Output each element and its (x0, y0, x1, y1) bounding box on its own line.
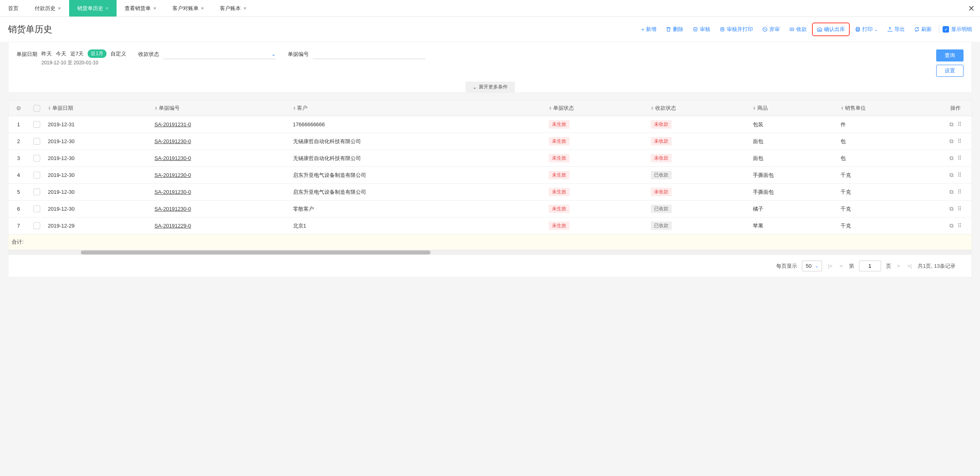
row-checkbox[interactable] (29, 184, 45, 201)
cell-pay-status: 未收款 (648, 184, 750, 201)
row-checkbox[interactable] (29, 133, 45, 150)
doc-link[interactable]: SA-20191230-0 (154, 155, 191, 161)
view-icon[interactable]: ⧉ (949, 222, 953, 229)
view-icon[interactable]: ⧉ (949, 205, 953, 212)
view-icon[interactable]: ⧉ (949, 155, 953, 162)
audit-print-button[interactable]: 审核并打印 (716, 24, 757, 35)
col-doc-status[interactable]: ▲▼单据状态 (545, 101, 648, 116)
col-settings[interactable]: ⚙ (8, 101, 29, 116)
more-icon[interactable]: ⠿ (957, 222, 962, 229)
close-icon[interactable]: × (153, 5, 156, 11)
close-icon[interactable]: × (106, 5, 109, 11)
print-button[interactable]: 打印⌄ (851, 24, 882, 35)
row-checkbox[interactable] (29, 167, 45, 184)
view-icon[interactable]: ⧉ (949, 189, 953, 195)
delete-button[interactable]: 删除 (662, 24, 687, 35)
close-icon[interactable]: × (58, 5, 61, 11)
expand-filter-button[interactable]: ⌄展开更多条件 (465, 82, 515, 92)
show-detail-toggle[interactable]: ✓显示明细 (943, 26, 972, 33)
col-select-all[interactable] (29, 101, 45, 116)
more-icon[interactable]: ⠿ (957, 172, 962, 178)
refresh-button[interactable]: 刷新 (910, 24, 936, 35)
more-icon[interactable]: ⠿ (957, 205, 962, 212)
tab-payment-history[interactable]: 付款历史× (27, 0, 69, 16)
cell-product: 包装 (750, 116, 838, 133)
date-opt-today[interactable]: 今天 (56, 50, 66, 57)
horizontal-scrollbar[interactable] (8, 250, 972, 255)
table-row: 12019-12-31SA-20191231-017666666666未生效未收… (8, 116, 972, 133)
col-customer[interactable]: ▲▼客户 (290, 101, 546, 116)
tab-home[interactable]: 首页 (0, 0, 27, 16)
confirm-out-button[interactable]: 确认出库 (812, 23, 850, 36)
export-button[interactable]: 导出 (883, 24, 909, 35)
prev-page-icon[interactable]: < (839, 262, 844, 270)
trash-icon (666, 27, 671, 32)
tab-label: 客户账本 (220, 5, 241, 12)
doc-link[interactable]: SA-20191230-0 (154, 138, 191, 144)
sort-icon: ▲▼ (293, 106, 296, 110)
doc-no-label: 单据编号 (288, 49, 309, 58)
refresh-icon (914, 27, 920, 32)
date-opt-week[interactable]: 近7天 (70, 50, 84, 57)
next-page-icon[interactable]: > (896, 262, 902, 270)
cell-customer: 无锡康哲自动化科技有限公司 (290, 133, 546, 150)
tab-customer-statement[interactable]: 客户对账单× (164, 0, 212, 16)
col-product[interactable]: ▲▼商品 (750, 101, 838, 116)
add-button[interactable]: +新增 (637, 24, 660, 35)
audit-button[interactable]: 审核 (689, 24, 714, 35)
doc-link[interactable]: SA-20191230-0 (154, 172, 191, 178)
table-row: 72019-12-29SA-20191229-0北京1未生效已收款苹果千克⧉⠿ (8, 217, 972, 234)
view-icon[interactable]: ⧉ (949, 172, 953, 178)
view-icon[interactable]: ⧉ (949, 138, 953, 145)
checkbox-icon (33, 121, 40, 128)
doc-link[interactable]: SA-20191230-0 (154, 206, 191, 212)
per-page-select[interactable]: 50⌄ (802, 261, 822, 271)
tab-view-sales[interactable]: 查看销货单× (117, 0, 164, 16)
page-summary: 共1页, 13条记录 (918, 263, 955, 270)
doc-link[interactable]: SA-20191230-0 (154, 189, 191, 195)
first-page-icon[interactable]: |< (827, 262, 834, 270)
col-unit[interactable]: ▲▼销售单位 (837, 101, 939, 116)
cell-unit: 千克 (837, 201, 939, 217)
close-all-icon[interactable]: ✕ (966, 2, 977, 15)
page-title: 销货单历史 (8, 23, 52, 35)
date-opt-month[interactable]: 近1月 (88, 49, 107, 58)
pay-status-select[interactable]: ⌄ (163, 49, 276, 59)
page-input[interactable] (859, 261, 881, 271)
row-checkbox[interactable] (29, 201, 45, 217)
checkbox-icon (33, 138, 40, 145)
filter-doc-no: 单据编号 (288, 49, 425, 59)
unapprove-button[interactable]: 弃审 (758, 24, 784, 35)
col-doc-no[interactable]: ▲▼单据编号 (151, 101, 289, 116)
tab-customer-ledger[interactable]: 客户账本× (212, 0, 254, 16)
more-icon[interactable]: ⠿ (957, 155, 962, 162)
row-checkbox[interactable] (29, 150, 45, 167)
doc-link[interactable]: SA-20191231-0 (154, 121, 191, 127)
collect-button[interactable]: 收款 (785, 24, 811, 35)
cell-doc-no: SA-20191230-0 (151, 201, 289, 217)
date-opt-custom[interactable]: 自定义 (111, 50, 126, 57)
page-prefix: 第 (849, 263, 854, 270)
tab-label: 查看销货单 (125, 5, 151, 12)
scrollbar-thumb[interactable] (81, 250, 431, 254)
col-date[interactable]: ▲▼单据日期 (45, 101, 151, 116)
more-icon[interactable]: ⠿ (957, 121, 962, 128)
close-icon[interactable]: × (243, 5, 246, 11)
more-icon[interactable]: ⠿ (957, 138, 962, 145)
close-icon[interactable]: × (201, 5, 204, 11)
doc-link[interactable]: SA-20191229-0 (154, 223, 191, 229)
col-pay-status[interactable]: ▲▼收款状态 (648, 101, 750, 116)
tab-sales-history[interactable]: 销货单历史× (69, 0, 117, 16)
query-button[interactable]: 查询 (936, 49, 964, 62)
view-icon[interactable]: ⧉ (949, 121, 953, 128)
doc-no-input[interactable] (313, 49, 425, 59)
cell-product: 橘子 (750, 201, 838, 217)
row-checkbox[interactable] (29, 217, 45, 234)
date-opt-yesterday[interactable]: 昨天 (41, 50, 52, 57)
checkbox-icon (33, 172, 40, 178)
setting-button[interactable]: 设置 (936, 65, 964, 77)
row-checkbox[interactable] (29, 116, 45, 133)
last-page-icon[interactable]: >| (906, 262, 913, 270)
more-icon[interactable]: ⠿ (957, 189, 962, 195)
cell-doc-no: SA-20191230-0 (151, 184, 289, 201)
